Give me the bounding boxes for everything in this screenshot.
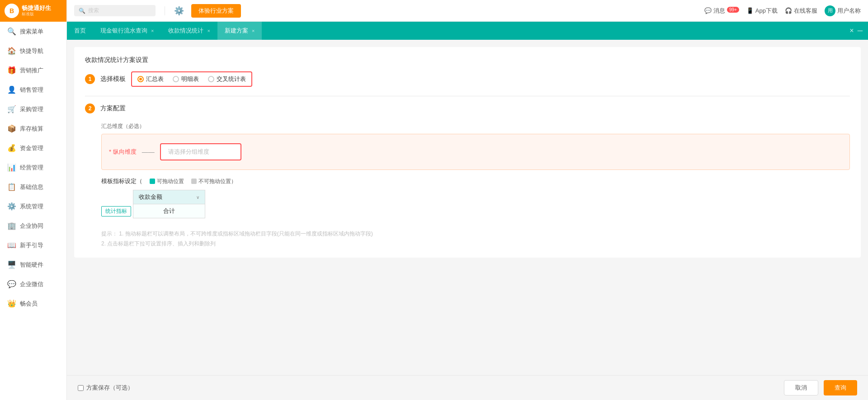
sidebar-item-label: 采购管理 bbox=[20, 105, 43, 113]
tab-home-label: 首页 bbox=[74, 27, 86, 35]
sidebar-item-label: 系统管理 bbox=[20, 202, 43, 211]
search-icon: 🔍 bbox=[79, 8, 85, 14]
radio-summary[interactable]: 汇总表 bbox=[137, 75, 164, 83]
logo-icon: B bbox=[5, 4, 19, 18]
dimension-select-box[interactable]: 请选择分组维度 bbox=[160, 143, 241, 160]
step1-title: 选择模板 bbox=[100, 75, 126, 83]
settings-gear-icon[interactable]: ⚙️ bbox=[174, 6, 184, 16]
dimension-arrow: —— bbox=[142, 148, 155, 155]
dimension-title: 汇总维度（必选） bbox=[101, 122, 850, 130]
draggable-badge: 可拖动位置 bbox=[150, 178, 184, 185]
save-plan-checkbox-row: 方案保存（可选） bbox=[78, 384, 133, 392]
tab-bank-flow-close[interactable]: × bbox=[151, 28, 154, 33]
radio-cross-circle bbox=[208, 76, 214, 82]
bottom-actions: 取消 查询 bbox=[784, 380, 857, 395]
home-icon: 🏠 bbox=[7, 47, 16, 55]
sidebar-item-purchase[interactable]: 🛒 采购管理 bbox=[0, 99, 66, 119]
settings-card: 收款情况统计方案设置 1 选择模板 汇总表 明细表 bbox=[74, 47, 861, 258]
logo-sub: 标准版 bbox=[22, 11, 51, 17]
sidebar-item-marketing[interactable]: 🎁 营销推广 bbox=[0, 61, 66, 80]
service-icon: 🎧 bbox=[785, 7, 792, 14]
sidebar-item-operation[interactable]: 📊 经营管理 bbox=[0, 158, 66, 177]
dimension-row: * 纵向维度 —— 请选择分组维度 bbox=[109, 143, 842, 160]
dimension-area: * 纵向维度 —— 请选择分组维度 bbox=[101, 134, 850, 170]
vertical-dimension-label: * 纵向维度 bbox=[109, 148, 137, 156]
sidebar-item-hardware[interactable]: 🖥️ 智能硬件 bbox=[0, 255, 66, 274]
trial-button[interactable]: 体验行业方案 bbox=[191, 4, 241, 18]
page-title: 收款情况统计方案设置 bbox=[85, 56, 850, 64]
draggable-label: 可拖动位置 bbox=[157, 178, 184, 185]
sidebar-item-system[interactable]: ⚙️ 系统管理 bbox=[0, 197, 66, 216]
indicator-header[interactable]: 收款金额 ∨ bbox=[133, 190, 205, 204]
box-icon: 📦 bbox=[7, 124, 16, 133]
sidebar-item-guide[interactable]: 📖 新手引导 bbox=[0, 235, 66, 255]
sidebar-item-sales[interactable]: 👤 销售管理 bbox=[0, 80, 66, 99]
chevron-down-icon[interactable]: ∨ bbox=[196, 195, 199, 200]
monitor-icon: 🖥️ bbox=[7, 260, 16, 269]
settings-icon: ⚙️ bbox=[7, 202, 16, 211]
template-select-area: 汇总表 明细表 交叉统计表 bbox=[131, 71, 252, 87]
tab-collect-stat-close[interactable]: × bbox=[207, 28, 210, 33]
tab-collect-stat[interactable]: 收款情况统计 × bbox=[161, 22, 217, 40]
sidebar-logo: B 畅捷通好生 标准版 bbox=[0, 0, 66, 22]
logo-text: 畅捷通好生 bbox=[22, 5, 51, 12]
download-label: App下载 bbox=[755, 7, 778, 15]
sidebar-item-wechat[interactable]: 💬 企业微信 bbox=[0, 274, 66, 294]
maximize-window-icon[interactable]: ─ bbox=[858, 27, 863, 35]
sidebar-item-finance[interactable]: 💰 资金管理 bbox=[0, 138, 66, 158]
query-button[interactable]: 查询 bbox=[824, 380, 857, 395]
tab-new-plan[interactable]: 新建方案 × bbox=[217, 22, 262, 40]
indicator-cell-total: 合计 bbox=[133, 204, 205, 218]
indicator-settings-title: 模板指标设定（ bbox=[101, 177, 142, 185]
sidebar-item-quick-nav[interactable]: 🏠 快捷导航 bbox=[0, 41, 66, 61]
gift-icon: 🎁 bbox=[7, 66, 16, 75]
step2-title: 方案配置 bbox=[100, 104, 126, 113]
online-service-btn[interactable]: 🎧 在线客服 bbox=[785, 7, 817, 15]
sidebar-item-label: 销售管理 bbox=[20, 86, 43, 94]
chart-icon: 📊 bbox=[7, 163, 16, 172]
chat-icon: 💬 bbox=[7, 280, 16, 288]
tab-collect-stat-label: 收款情况统计 bbox=[168, 27, 203, 35]
radio-detail-label: 明细表 bbox=[181, 75, 199, 83]
indicator-header-label: 收款金额 bbox=[139, 193, 162, 201]
bottom-bar: 方案保存（可选） 取消 查询 bbox=[67, 375, 868, 400]
notification-btn[interactable]: 💬 消息 99+ bbox=[704, 7, 739, 15]
topbar-search[interactable]: 🔍 搜索 bbox=[74, 5, 156, 16]
tab-bank-flow[interactable]: 现金银行流水查询 × bbox=[93, 22, 161, 40]
username-label: 用户名称 bbox=[837, 7, 861, 15]
sidebar-item-label: 库存核算 bbox=[20, 125, 43, 133]
notification-icon: 💬 bbox=[704, 7, 712, 14]
indicator-table: 收款金额 ∨ 合计 bbox=[133, 190, 205, 218]
tip-line2: 2. 点击标题栏下拉可设置排序、插入列和删除列 bbox=[101, 239, 850, 249]
user-icon: 👤 bbox=[7, 85, 16, 94]
search-placeholder: 搜索 bbox=[88, 7, 99, 14]
tab-home[interactable]: 首页 bbox=[67, 22, 93, 40]
sidebar-item-member[interactable]: 👑 畅会员 bbox=[0, 294, 66, 313]
radio-cross-label: 交叉统计表 bbox=[217, 75, 246, 83]
sidebar-item-label: 资金管理 bbox=[20, 144, 43, 152]
book-icon: 📖 bbox=[7, 241, 16, 249]
sidebar-item-base-info[interactable]: 📋 基础信息 bbox=[0, 177, 66, 197]
indicator-settings-header: 模板指标设定（ 可拖动位置 不可拖动位置） bbox=[101, 177, 850, 185]
sidebar-item-inventory[interactable]: 📦 库存核算 bbox=[0, 119, 66, 138]
sidebar-item-enterprise[interactable]: 🏢 企业协同 bbox=[0, 216, 66, 235]
radio-cross[interactable]: 交叉统计表 bbox=[208, 75, 246, 83]
minimize-window-icon[interactable]: × bbox=[849, 27, 854, 35]
tab-new-plan-label: 新建方案 bbox=[225, 27, 248, 35]
step1-section: 1 选择模板 汇总表 明细表 bbox=[85, 71, 850, 87]
step2-badge: 2 bbox=[85, 104, 95, 113]
template-radio-group: 汇总表 明细表 交叉统计表 bbox=[137, 75, 246, 83]
download-icon: 📱 bbox=[746, 7, 754, 14]
main-area: 🔍 搜索 ⚙️ 体验行业方案 💬 消息 99+ 📱 App下载 🎧 在线客服 用… bbox=[67, 0, 868, 400]
tab-new-plan-close[interactable]: × bbox=[252, 28, 255, 33]
cancel-button[interactable]: 取消 bbox=[784, 380, 818, 395]
user-avatar[interactable]: 用 用户名称 bbox=[825, 5, 861, 16]
tip-line1: 提示： 1. 拖动标题栏可以调整布局，不可跨维度或指标区域拖动栏目字段(只能在同… bbox=[101, 229, 850, 239]
avatar: 用 bbox=[825, 5, 835, 16]
save-plan-checkbox[interactable] bbox=[78, 385, 84, 391]
notification-label: 消息 bbox=[713, 7, 725, 15]
sidebar-item-search-menu[interactable]: 🔍 搜索菜单 bbox=[0, 22, 66, 41]
radio-detail[interactable]: 明细表 bbox=[173, 75, 199, 83]
app-download-btn[interactable]: 📱 App下载 bbox=[746, 7, 778, 15]
sidebar-item-label: 营销推广 bbox=[20, 66, 43, 75]
